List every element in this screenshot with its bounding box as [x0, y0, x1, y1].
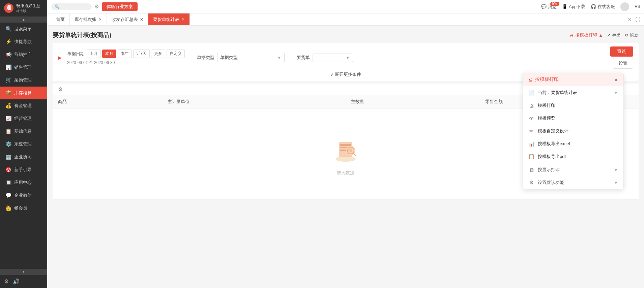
date-btn-this-month[interactable]: 本月 [102, 50, 116, 58]
dropdown-export-excel[interactable]: 📊 按模板导出excel [523, 137, 623, 150]
app-logo: 通 [4, 3, 13, 13]
date-btn-this-year[interactable]: 本年 [118, 50, 132, 58]
template-design-icon: ✏ [528, 128, 534, 134]
sidebar-item-wechat[interactable]: 💬 企业微信 [0, 189, 47, 202]
tab-order-stats[interactable]: 要货单统计表 ✕ [148, 13, 190, 25]
export-btn[interactable]: ↗ 导出 [607, 32, 621, 38]
sidebar-item-operations[interactable]: 📈 经营管理 [0, 112, 47, 125]
table-settings-icon[interactable]: ⚙ [58, 86, 63, 93]
dropdown-section-display: 🖥 按显示打印 ▼ ⚙ 设置默认功能 ▼ [523, 163, 623, 189]
set-default-arrow: ▼ [614, 180, 618, 185]
svg-line-7 [353, 153, 356, 156]
notification-icon: 💬 [541, 4, 547, 9]
settings-button[interactable]: 设置 [613, 58, 633, 69]
order-type-select[interactable]: 单据类型 ▼ [217, 53, 285, 62]
inventory-icon: 📦 [5, 90, 11, 96]
content-area: 要货单统计表(按商品) 🖨 按模板打印 ▲ ↗ 导出 ↻ 刷新 [47, 26, 644, 288]
print-icon: 🖨 [569, 33, 574, 38]
sidebar-item-basic[interactable]: 📋 基础信息 [0, 125, 47, 138]
display-print-icon: 🖥 [528, 167, 534, 173]
current-template-arrow: ▼ [614, 90, 618, 95]
sales-icon: 📊 [5, 64, 11, 70]
dropdown-export-pdf[interactable]: 📋 按模板导出pdf [523, 150, 623, 163]
sidebar-nav: 🔍 搜索菜单 ⚡ 快捷导航 📢 营销推广 📊 销售管理 🛒 采购管理 📦 库存核… [0, 23, 47, 269]
expand-icon: ∨ [330, 72, 333, 77]
sidebar-scroll-up[interactable]: ▲ [0, 17, 47, 23]
print-dropdown: 🖨 按模板打印 ▲ 📄 当前：要货单统计表 ▼ 🖨 模板打印 👁 模板预览 [523, 73, 624, 189]
sidebar-item-member[interactable]: 👑 畅会员 [0, 202, 47, 215]
expand-more-btn[interactable]: ∨ 展开更多条件 [330, 71, 361, 77]
notification-badge: 99+ [550, 2, 559, 6]
th-product: 商品 [53, 95, 162, 108]
enterprise-icon: 🏢 [5, 154, 11, 160]
sidebar-item-sales[interactable]: 📊 销售管理 [0, 61, 47, 74]
username: Rit [635, 4, 640, 9]
query-button[interactable]: 查询 [610, 46, 633, 57]
topbar-right: 💬 消息 99+ 📱 App下载 🎧 在线客服 Rit [541, 2, 640, 11]
avatar[interactable] [620, 2, 629, 11]
tab-collection-summary-close[interactable]: ✕ [140, 17, 143, 22]
goods-filter: 要货单 ▼ [297, 54, 353, 62]
dropdown-template-design[interactable]: ✏ 模板自定义设计 [523, 125, 623, 137]
sidebar-item-finance[interactable]: 💰 资金管理 [0, 99, 47, 112]
main-area: 🔍 ⚙ 体验行业方案 💬 消息 99+ 📱 App下载 🎧 在线客服 Rit [47, 0, 644, 288]
goods-select[interactable]: ▼ [313, 54, 353, 62]
newbie-icon: 🎯 [5, 167, 11, 173]
notification-btn[interactable]: 💬 消息 99+ [541, 4, 557, 10]
tab-order-stats-close[interactable]: ✕ [181, 17, 185, 22]
search-icon: 🔍 [5, 26, 11, 32]
sidebar-item-system[interactable]: ⚙️ 系统管理 [0, 138, 47, 151]
topbar-gear-icon[interactable]: ⚙ [94, 3, 99, 10]
appstore-icon: 🔲 [5, 180, 11, 186]
sidebar-item-appstore[interactable]: 🔲 应用中心 [0, 176, 47, 189]
dropdown-current-template[interactable]: 📄 当前：要货单统计表 ▼ [523, 86, 623, 99]
sidebar-footer: ⚙ 🔊 [0, 275, 47, 288]
app-download-btn[interactable]: 📱 App下载 [562, 4, 585, 10]
dropdown-template-print[interactable]: 🖨 模板打印 [523, 99, 623, 112]
tab-home[interactable]: 首页 [51, 13, 70, 25]
filter-expand-left[interactable]: ▶ [58, 55, 62, 60]
dropdown-display-print[interactable]: 🖥 按显示打印 ▼ [523, 163, 623, 176]
date-btn-custom[interactable]: 自定义 [167, 50, 185, 58]
filter-right-actions: 查询 设置 [610, 46, 633, 69]
volume-icon[interactable]: 🔊 [13, 278, 20, 285]
sidebar-item-newbie[interactable]: 🎯 新手引导 [0, 163, 47, 176]
print-dropdown-arrow: ▲ [598, 33, 603, 38]
settings-footer-icon[interactable]: ⚙ [4, 278, 9, 285]
dropdown-close-icon[interactable]: ▲ [613, 76, 619, 83]
sidebar-item-marketing[interactable]: 📢 营销推广 [0, 48, 47, 61]
date-btn-last-month[interactable]: 上月 [87, 50, 101, 58]
date-buttons: 上月 本月 本年 近7天 更多 自定义 [87, 50, 185, 58]
operations-icon: 📈 [5, 116, 11, 122]
dropdown-set-default[interactable]: ⚙ 设置默认功能 ▼ [523, 176, 623, 189]
template-preview-icon: 👁 [528, 116, 534, 121]
date-btn-7days[interactable]: 近7天 [133, 50, 150, 58]
filter-row-1: ▶ 单据日期 上月 本月 本年 近7天 更多 自定义 [58, 46, 633, 69]
sidebar-item-quick-nav[interactable]: ⚡ 快捷导航 [0, 35, 47, 48]
tabbar-close-icon[interactable]: ✕ [628, 17, 632, 22]
app-download-icon: 📱 [562, 4, 567, 9]
page-header: 要货单统计表(按商品) 🖨 按模板打印 ▲ ↗ 导出 ↻ 刷新 [53, 31, 639, 39]
wechat-icon: 💬 [5, 192, 11, 198]
date-btn-more[interactable]: 更多 [151, 50, 165, 58]
sidebar-item-purchase[interactable]: 🛒 采购管理 [0, 74, 47, 87]
member-icon: 👑 [5, 205, 11, 211]
refresh-btn[interactable]: ↻ 刷新 [625, 32, 639, 38]
dropdown-header: 🖨 按模板打印 ▲ [523, 73, 623, 86]
date-range: 2023-06-01 至 2023-06-30 [67, 60, 185, 66]
print-btn[interactable]: 🖨 按模板打印 ▲ [569, 32, 603, 38]
sidebar-scroll-down[interactable]: ▼ [0, 269, 47, 275]
tabbar-expand-icon[interactable]: ⛶ [635, 17, 640, 22]
tab-inventory-batch[interactable]: 库存批次账 ✕ [70, 13, 107, 25]
topbar-search[interactable]: 🔍 [51, 3, 92, 10]
tab-inventory-batch-close[interactable]: ✕ [98, 17, 102, 22]
online-service-btn[interactable]: 🎧 在线客服 [591, 4, 615, 10]
dropdown-template-preview[interactable]: 👁 模板预览 [523, 112, 623, 125]
trial-btn[interactable]: 体验行业方案 [102, 2, 138, 11]
svg-rect-2 [340, 144, 351, 146]
sidebar-item-inventory[interactable]: 📦 库存核算 [0, 87, 47, 99]
page-actions: 🖨 按模板打印 ▲ ↗ 导出 ↻ 刷新 [569, 32, 639, 38]
tab-collection-summary[interactable]: 收发存汇总表 ✕ [107, 13, 148, 25]
sidebar-item-enterprise[interactable]: 🏢 企业协同 [0, 151, 47, 163]
sidebar-item-search[interactable]: 🔍 搜索菜单 [0, 23, 47, 35]
